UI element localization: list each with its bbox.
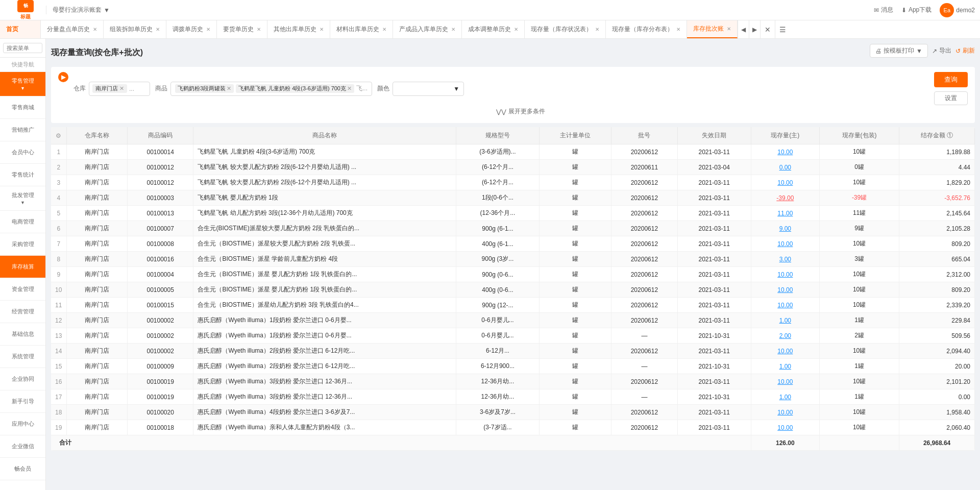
tab-next-button[interactable]: ▶ xyxy=(749,20,760,38)
sidebar-item-retail[interactable]: 零售管理 ▼ xyxy=(0,72,45,96)
tab-close-product-in[interactable]: ✕ xyxy=(451,27,455,32)
tab-disassemble[interactable]: 组装拆卸单历史 ✕ xyxy=(104,20,166,38)
sidebar-item-inventory[interactable]: 库存核算 xyxy=(0,256,45,278)
th-settings[interactable]: ⚙ xyxy=(51,127,66,144)
print-template-button[interactable]: 🖨 按模板打印 ▼ xyxy=(870,44,928,58)
cell-rownum: 7 xyxy=(51,236,66,252)
sidebar-item-wechat[interactable]: 企业微信 xyxy=(0,435,45,458)
warehouse-more-icon[interactable]: ... xyxy=(129,85,134,92)
data-table: ⚙ 仓库名称 商品编码 商品名称 规格型号 主计量单位 批号 失效日期 现存量(… xyxy=(51,127,975,451)
search-input[interactable] xyxy=(3,43,42,53)
cell-name: 惠氏启醇（Wyeth illuma）2段奶粉 爱尔兰进口 6-12月吃... xyxy=(193,359,456,374)
cell-expiry: 2021-03-11 xyxy=(677,420,751,435)
cell-batch: 20200612 xyxy=(611,252,677,267)
tab-inventory-dist[interactable]: 现存量（库存分布表） ✕ xyxy=(606,20,687,38)
product-tag-0-remove[interactable]: ✕ xyxy=(227,85,231,92)
cell-batch: 20200612 xyxy=(611,313,677,328)
cell-warehouse: 南岸门店 xyxy=(66,374,128,389)
cell-spec: 6-12月900... xyxy=(456,359,539,374)
expand-filter-button[interactable]: ▶ xyxy=(58,72,68,82)
color-filter-input[interactable]: ▼ xyxy=(393,82,464,96)
tab-close-inventory-status[interactable]: ✕ xyxy=(595,27,599,32)
tab-close-split-inventory[interactable]: ✕ xyxy=(93,27,97,32)
tab-batch-account[interactable]: 库存批次账 ✕ xyxy=(687,20,738,38)
sidebar-item-marketing[interactable]: 营销推广 xyxy=(0,119,45,141)
cell-unit: 罐 xyxy=(539,236,611,252)
refresh-button[interactable]: ↺ 刷新 xyxy=(955,46,975,55)
cell-balance: 1,829.20 xyxy=(899,175,975,190)
sidebar-item-app-center[interactable]: 应用中心 xyxy=(0,413,45,435)
tab-other-out[interactable]: 其他出库单历史 ✕ xyxy=(267,20,330,38)
sidebar-item-purchase[interactable]: 采购管理 xyxy=(0,233,45,256)
logo[interactable]: 畅 标题 xyxy=(5,0,46,20)
cell-balance: 0.00 xyxy=(899,389,975,405)
tab-close-disassemble[interactable]: ✕ xyxy=(156,27,160,32)
sidebar: 快捷导航 零售管理 ▼ 零售商城 营销推广 会员中心 零售统计 批发管理 ▼ 电… xyxy=(0,39,46,490)
tab-close-all-button[interactable]: ✕ xyxy=(760,20,775,38)
sidebar-item-guide-label: 新手引导 xyxy=(12,398,34,405)
warehouse-tag-remove[interactable]: ✕ xyxy=(119,85,124,92)
cell-warehouse: 南岸门店 xyxy=(66,236,128,252)
tab-close-cost-adjust[interactable]: ✕ xyxy=(514,27,518,32)
tab-transfer[interactable]: 调拨单历史 ✕ xyxy=(166,20,217,38)
expand-more-button[interactable]: ⋁⋁ 展开更多条件 xyxy=(74,105,968,118)
sidebar-item-finance-label: 资金管理 xyxy=(12,285,34,293)
sidebar-item-basic[interactable]: 基础信息 xyxy=(0,323,45,346)
query-button[interactable]: 查询 xyxy=(934,72,968,87)
messages-button[interactable]: ✉ 消息 xyxy=(874,6,893,14)
sidebar-item-member2[interactable]: 畅会员 xyxy=(0,458,45,480)
sidebar-item-marketing-label: 营销推广 xyxy=(12,126,34,134)
tab-cost-adjust[interactable]: 成本调整单历史 ✕ xyxy=(462,20,525,38)
tab-close-material-out[interactable]: ✕ xyxy=(382,27,386,32)
sidebar-item-retail-store[interactable]: 零售商城 xyxy=(0,96,45,119)
sidebar-item-finance[interactable]: 资金管理 xyxy=(0,278,45,301)
sidebar-item-wholesale[interactable]: 批发管理 ▼ xyxy=(0,186,45,211)
settings-button[interactable]: 设置 xyxy=(934,91,968,105)
product-more-icon[interactable]: 飞... xyxy=(356,84,368,93)
warehouse-filter-group: 仓库 南岸门店 ✕ ... xyxy=(74,82,150,96)
sidebar-item-retail-stats[interactable]: 零售统计 xyxy=(0,164,45,186)
tab-inventory-status[interactable]: 现存量（库存状况表） ✕ xyxy=(525,20,606,38)
sidebar-item-retail-stats-label: 零售统计 xyxy=(12,171,34,179)
top-actions: 🖨 按模板打印 ▼ ↗ 导出 ↺ 刷新 xyxy=(870,44,975,58)
sidebar-item-member[interactable]: 会员中心 xyxy=(0,141,45,164)
page-content: 现存量查询(按仓库+批次) 🖨 按模板打印 ▼ ↗ 导出 ↺ 刷新 xyxy=(46,39,980,490)
sidebar-item-system[interactable]: 系统管理 xyxy=(0,346,45,368)
sidebar-item-member2-label: 畅会员 xyxy=(14,465,31,473)
sidebar-item-enterprise[interactable]: 企业协同 xyxy=(0,368,45,390)
tab-requisition[interactable]: 要货单历史 ✕ xyxy=(217,20,267,38)
warehouse-filter-input[interactable]: 南岸门店 ✕ ... xyxy=(89,82,150,96)
sidebar-search-container xyxy=(0,39,45,58)
tab-close-inventory-dist[interactable]: ✕ xyxy=(676,27,680,32)
tab-close-other-out[interactable]: ✕ xyxy=(320,27,324,32)
app-download-button[interactable]: ⬇ App下载 xyxy=(901,6,932,14)
cell-name: 合生元(BIOSTIME)派星较大婴儿配方奶粉 2段 乳铁蛋白的... xyxy=(193,221,456,236)
cell-code: 00100002 xyxy=(128,328,193,344)
column-settings-icon[interactable]: ⚙ xyxy=(56,132,61,139)
tab-close-transfer[interactable]: ✕ xyxy=(206,27,210,32)
product-filter-input[interactable]: 飞鹤奶粉3段两罐装 ✕ 飞鹤星飞帆 儿童奶粉 4段(3-6岁适用) 700克 ✕… xyxy=(170,82,372,96)
cell-warehouse: 南岸门店 xyxy=(66,267,128,282)
tab-product-in[interactable]: 产成品入库单历史 ✕ xyxy=(393,20,462,38)
cell-spec: 400g (6-1... xyxy=(456,236,539,252)
sidebar-item-ecommerce[interactable]: 电商管理 xyxy=(0,211,45,233)
tab-material-out[interactable]: 材料出库单历史 ✕ xyxy=(330,20,393,38)
cell-rownum: 18 xyxy=(51,405,66,420)
export-button[interactable]: ↗ 导出 xyxy=(932,46,951,55)
sidebar-item-guide[interactable]: 新手引导 xyxy=(0,390,45,413)
cell-unit: 罐 xyxy=(539,144,611,160)
tab-close-requisition[interactable]: ✕ xyxy=(257,27,261,32)
tab-close-batch-account[interactable]: ✕ xyxy=(727,26,731,32)
tab-menu-button[interactable]: ☰ xyxy=(775,20,790,38)
cell-rownum: 10 xyxy=(51,282,66,298)
sidebar-item-operations[interactable]: 经营管理 xyxy=(0,301,45,323)
user-menu[interactable]: Ea demo2 xyxy=(940,3,975,17)
product-tag-1-remove[interactable]: ✕ xyxy=(347,85,352,92)
tab-bar: 首页 分量盘点单历史 ✕ 组装拆卸单历史 ✕ 调拨单历史 ✕ 要货单历史 ✕ 其… xyxy=(0,20,980,39)
tab-prev-button[interactable]: ◀ xyxy=(738,20,749,38)
tab-split-inventory[interactable]: 分量盘点单历史 ✕ xyxy=(41,20,104,38)
cell-unit: 罐 xyxy=(539,175,611,190)
workspace-selector[interactable]: 母婴行业演示账套 ▼ xyxy=(46,6,128,14)
cell-warehouse: 南岸门店 xyxy=(66,206,128,221)
tab-home[interactable]: 首页 xyxy=(0,20,41,38)
